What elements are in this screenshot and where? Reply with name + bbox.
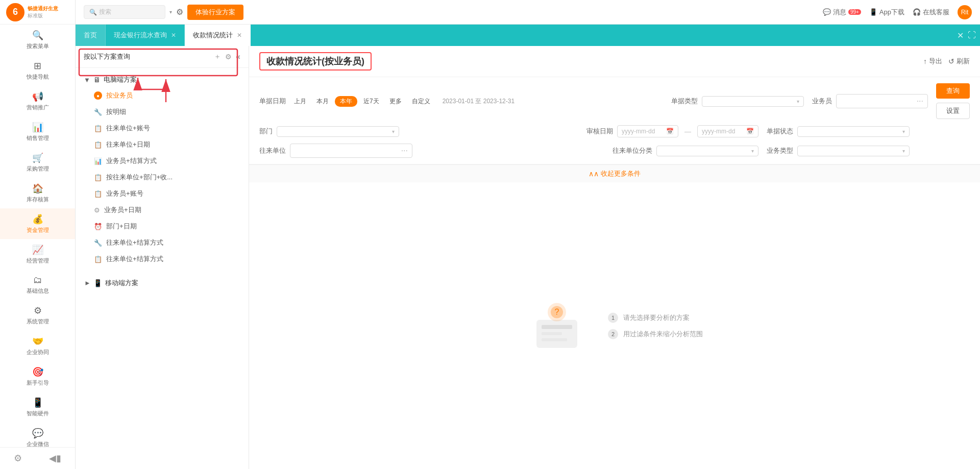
- app-download-item[interactable]: 📱 App下载: [869, 8, 904, 17]
- sidebar-item-label: 销售管理: [27, 134, 49, 142]
- date-btn-custom[interactable]: 自定义: [408, 96, 434, 107]
- hardware-icon: 📱: [32, 397, 43, 408]
- header-search-box[interactable]: 🔍 搜索: [84, 5, 165, 19]
- export-label: 导出: [929, 57, 942, 66]
- sidebar-item-purchase[interactable]: 🛒 采购管理: [0, 147, 75, 178]
- scheme-item-supplier-account[interactable]: 📋 往来单位+账号: [76, 120, 249, 136]
- refresh-button[interactable]: ↺ 刷新: [948, 57, 970, 66]
- scheme-item-salesman-settle[interactable]: 📊 业务员+结算方式: [76, 153, 249, 169]
- system-icon: ⚙: [34, 305, 42, 316]
- collapse-panel-icon[interactable]: «: [236, 52, 240, 61]
- settings-footer-icon[interactable]: ⚙: [14, 453, 22, 464]
- svg-text:?: ?: [555, 308, 559, 316]
- tab-bank-flow-close[interactable]: ✕: [171, 32, 176, 39]
- user-avatar[interactable]: Rit: [958, 5, 972, 19]
- trial-industry-button[interactable]: 体验行业方案: [187, 5, 243, 20]
- sidebar-item-basic[interactable]: 🗂 基础信息: [0, 270, 75, 300]
- sidebar-item-label: 经营管理: [27, 257, 49, 265]
- tab-maximize-icon[interactable]: ⛶: [968, 31, 976, 40]
- sidebar-item-wechat[interactable]: 💬 企业微信: [0, 423, 75, 447]
- message-item[interactable]: 💬 消息 99+: [823, 8, 861, 17]
- tab-receipt-stats-close[interactable]: ✕: [237, 32, 242, 39]
- scheme-item-supplier-dept-recv[interactable]: 📋 按往来单位+部门+收...: [76, 169, 249, 185]
- sales-icon: 📊: [32, 122, 43, 133]
- table-icon5: 📋: [94, 255, 102, 263]
- tab-close-window-icon[interactable]: ✕: [957, 31, 964, 40]
- mobile-group-arrow: ▼: [83, 280, 91, 287]
- logo-edition: 标准版: [28, 12, 58, 19]
- scheme-item-supplier-date[interactable]: 📋 往来单位+日期: [76, 136, 249, 153]
- inventory-icon: 🏠: [32, 183, 43, 194]
- sidebar-item-inventory[interactable]: 🏠 库存核算: [0, 178, 75, 208]
- refresh-label: 刷新: [957, 57, 970, 66]
- search-placeholder-text: 搜索: [99, 8, 111, 16]
- scheme-item-supplier-settle2[interactable]: 📋 往来单位+结算方式: [76, 251, 249, 267]
- tab-bank-flow[interactable]: 现金银行流水查询 ✕: [106, 25, 185, 46]
- sidebar-item-label: 搜索菜单: [27, 42, 49, 50]
- sidebar-item-search[interactable]: 🔍 搜索菜单: [0, 25, 75, 55]
- review-date-from[interactable]: yyyy-mm-dd 📅: [617, 125, 678, 137]
- sidebar-item-sales[interactable]: 📊 销售管理: [0, 116, 75, 147]
- sidebar-item-system[interactable]: ⚙ 系统管理: [0, 300, 75, 331]
- purchase-icon: 🛒: [32, 152, 43, 163]
- dept-select[interactable]: ▾: [277, 126, 399, 137]
- table-icon4: 📋: [94, 190, 102, 198]
- collapse-bar[interactable]: ∧∧ 收起更多条件: [249, 165, 980, 182]
- pc-scheme-group-header[interactable]: ▼ 🖥 电脑端方案: [76, 72, 249, 87]
- sidebar-item-guide[interactable]: 🎯 新手引导: [0, 361, 75, 392]
- sidebar-item-marketing[interactable]: 📢 营销推广: [0, 86, 75, 116]
- scheme-item-by-salesman[interactable]: ● 按业务员: [76, 87, 249, 104]
- scheme-item-supplier-settle1[interactable]: 🔧 往来单位+结算方式: [76, 235, 249, 251]
- date-btn-this-month[interactable]: 本月: [312, 96, 333, 107]
- mobile-scheme-group-header[interactable]: ▼ 📱 移动端方案: [76, 275, 249, 291]
- download-icon: 📱: [869, 8, 877, 16]
- review-date-to[interactable]: yyyy-mm-dd 📅: [697, 125, 758, 137]
- date-btn-this-year[interactable]: 本年: [335, 96, 357, 107]
- doc-status-select[interactable]: ▾: [797, 126, 910, 137]
- date-btn-7days[interactable]: 近7天: [359, 96, 383, 107]
- empty-state-area: ? 1 请先选择要分析的方案 2 用过滤条件来缩小分析范围: [249, 182, 980, 469]
- header-gear-icon[interactable]: ⚙: [176, 7, 183, 17]
- left-panel-title: 按以下方案查询: [84, 52, 214, 61]
- scheme-item-salesman-account[interactable]: 📋 业务员+账号: [76, 185, 249, 202]
- review-date-filter-cell: 审核日期 yyyy-mm-dd 📅 — yyyy-mm-dd 📅: [586, 125, 758, 137]
- online-service-item[interactable]: 🎧 在线客服: [913, 8, 949, 17]
- counterpart-more-icon[interactable]: ···: [401, 146, 408, 155]
- tab-home[interactable]: 首页: [76, 25, 106, 46]
- doc-type-select[interactable]: ▾: [702, 96, 804, 107]
- biz-type-select[interactable]: ▾: [797, 146, 910, 156]
- filter-row-1: 单据日期 上月 本月 本年 近7天 更多 自定义 2023-01-01 至 20…: [259, 83, 970, 119]
- sidebar-logo: 6 畅捷通好生意 标准版: [0, 0, 75, 25]
- add-scheme-icon[interactable]: ＋: [214, 52, 221, 61]
- sidebar-item-fund[interactable]: 💰 资金管理: [0, 208, 75, 239]
- tab-receipt-stats[interactable]: 收款情况统计 ✕: [185, 25, 251, 46]
- svg-rect-2: [542, 332, 562, 335]
- salesman-filter-cell: 业务员 ···: [812, 94, 928, 108]
- export-button[interactable]: ↑ 导出: [923, 57, 942, 66]
- date-btn-last-month[interactable]: 上月: [290, 96, 310, 107]
- sidebar-item-label: 库存核算: [27, 196, 49, 203]
- collapse-sidebar-icon[interactable]: ◀▮: [49, 453, 61, 464]
- date-btn-more[interactable]: 更多: [385, 96, 406, 107]
- salesman-more-icon[interactable]: ···: [917, 97, 923, 106]
- scheme-setting-icon[interactable]: ⚙: [225, 53, 232, 61]
- sidebar-item-operation[interactable]: 📈 经营管理: [0, 239, 75, 270]
- message-icon: 💬: [823, 8, 831, 16]
- user-name: Rit: [961, 9, 969, 16]
- sidebar-item-label: 快捷导航: [27, 73, 49, 81]
- sidebar-item-enterprise[interactable]: 🤝 企业协同: [0, 331, 75, 361]
- scheme-item-salesman-date[interactable]: ⚙ 业务员+日期: [76, 202, 249, 218]
- sidebar-item-quicknav[interactable]: ⊞ 快捷导航: [0, 55, 75, 86]
- setting-button[interactable]: 设置: [936, 103, 970, 119]
- counterpart-select[interactable]: ···: [290, 144, 412, 158]
- header-dropdown-arrow[interactable]: ▾: [169, 9, 172, 15]
- table-icon3: 📋: [94, 174, 102, 181]
- counterpart-type-select[interactable]: ▾: [656, 146, 758, 156]
- guide-icon: 🎯: [32, 366, 43, 378]
- scheme-item-by-detail[interactable]: 🔧 按明细: [76, 104, 249, 120]
- sidebar-item-hardware[interactable]: 📱 智能硬件: [0, 392, 75, 423]
- scheme-item-dept-date[interactable]: ⏰ 部门+日期: [76, 218, 249, 235]
- query-button[interactable]: 查询: [936, 83, 970, 99]
- salesman-select[interactable]: ···: [836, 94, 928, 108]
- doc-status-filter-cell: 单据状态 ▾: [767, 126, 910, 137]
